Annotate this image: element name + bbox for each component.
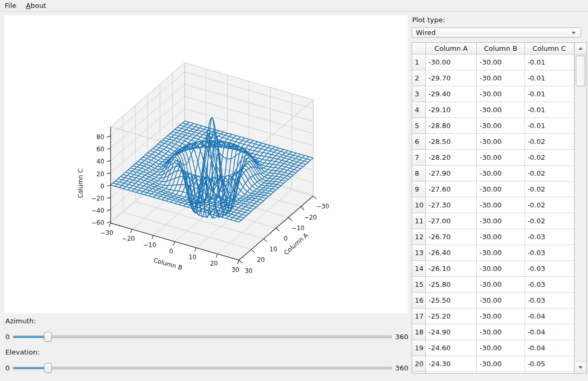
azimuth-slider[interactable] bbox=[13, 335, 392, 338]
azimuth-max-label: 360 bbox=[395, 333, 408, 341]
row-number-cell[interactable]: 16 bbox=[412, 293, 426, 309]
table-header-column-b[interactable]: Column B bbox=[477, 43, 524, 55]
table-cell: -0.01 bbox=[525, 102, 574, 118]
arrow-up-icon bbox=[578, 47, 583, 50]
table-header-column-c[interactable]: Column C bbox=[525, 43, 574, 55]
row-number-cell[interactable]: 1 bbox=[412, 55, 426, 70]
app-window: File About −60−40−20020406080−30−20−1001… bbox=[0, 0, 588, 381]
box-edge bbox=[152, 235, 154, 239]
z-tick-label: 60 bbox=[96, 146, 104, 153]
vertical-scrollbar[interactable] bbox=[574, 43, 586, 373]
table-cell: -30.00 bbox=[477, 372, 524, 373]
azimuth-slider-handle[interactable] bbox=[44, 332, 52, 342]
row-number-cell[interactable]: 14 bbox=[412, 261, 426, 277]
plot-type-label: Plot type: bbox=[412, 16, 445, 24]
table-row[interactable]: 6-28.50-30.00-0.02 bbox=[412, 134, 574, 150]
table-row[interactable]: 12-26.70-30.00-0.03 bbox=[412, 229, 574, 245]
box-edge bbox=[237, 260, 239, 264]
box-edge bbox=[107, 197, 111, 198]
table-cell: -30.00 bbox=[477, 324, 524, 340]
row-number-cell[interactable]: 15 bbox=[412, 277, 426, 293]
row-number-cell[interactable]: 17 bbox=[412, 309, 426, 324]
y-tick-label: 10 bbox=[270, 246, 278, 253]
y-tick-label: 20 bbox=[257, 256, 265, 264]
table-cell: -0.01 bbox=[525, 55, 574, 70]
table-row[interactable]: 3-29.40-30.00-0.01 bbox=[412, 86, 574, 102]
table-cell: -30.00 bbox=[477, 197, 524, 213]
row-number-cell[interactable]: 13 bbox=[412, 245, 426, 261]
table-row[interactable]: 8-27.90-30.00-0.02 bbox=[412, 166, 574, 182]
menu-about[interactable]: About bbox=[21, 1, 51, 11]
table-cell: -27.00 bbox=[426, 213, 477, 229]
box-edge bbox=[107, 173, 111, 174]
scrollbar-thumb[interactable] bbox=[576, 56, 585, 86]
table-row[interactable]: 18-24.90-30.00-0.04 bbox=[412, 324, 574, 340]
elevation-slider-handle[interactable] bbox=[44, 363, 52, 373]
chevron-down-icon bbox=[572, 32, 576, 34]
y-tick-label: 0 bbox=[284, 235, 288, 242]
table-row[interactable]: 10-27.30-30.00-0.02 bbox=[412, 197, 574, 213]
table-row[interactable]: 21-24.00-30.00-0.05 bbox=[412, 372, 574, 373]
table-cell: -24.90 bbox=[426, 324, 477, 340]
row-number-cell[interactable]: 18 bbox=[412, 324, 426, 340]
table-row[interactable]: 17-25.20-30.00-0.04 bbox=[412, 309, 574, 324]
table-cell: -0.03 bbox=[525, 277, 574, 293]
table-row[interactable]: 2-29.70-30.00-0.01 bbox=[412, 70, 574, 86]
row-number-cell[interactable]: 8 bbox=[412, 166, 426, 182]
table-cell: -25.50 bbox=[426, 293, 477, 309]
plot-type-dropdown[interactable]: Wired bbox=[412, 28, 581, 38]
table-corner-cell bbox=[412, 43, 426, 55]
table-cell: -24.00 bbox=[426, 372, 477, 373]
row-number-cell[interactable]: 12 bbox=[412, 229, 426, 245]
z-tick-label: 0 bbox=[100, 183, 104, 190]
table-header-column-a[interactable]: Column A bbox=[426, 43, 477, 55]
table-cell: -30.00 bbox=[477, 356, 524, 372]
table-row[interactable]: 14-26.10-30.00-0.03 bbox=[412, 261, 574, 277]
row-number-cell[interactable]: 21 bbox=[412, 372, 426, 373]
table-row[interactable]: 5-28.80-30.00-0.01 bbox=[412, 118, 574, 134]
table-cell: -0.01 bbox=[525, 86, 574, 102]
table-cell: -0.02 bbox=[525, 197, 574, 213]
table-row[interactable]: 16-25.50-30.00-0.03 bbox=[412, 293, 574, 309]
row-number-cell[interactable]: 5 bbox=[412, 118, 426, 134]
table-cell: -25.20 bbox=[426, 309, 477, 324]
table-row[interactable]: 13-26.40-30.00-0.03 bbox=[412, 245, 574, 261]
row-number-cell[interactable]: 9 bbox=[412, 182, 426, 197]
table-cell: -25.80 bbox=[426, 277, 477, 293]
table-row[interactable]: 20-24.30-30.00-0.05 bbox=[412, 356, 574, 372]
table-row[interactable]: 9-27.60-30.00-0.02 bbox=[412, 182, 574, 197]
box-edge bbox=[107, 160, 111, 161]
row-number-cell[interactable]: 3 bbox=[412, 86, 426, 102]
table-row[interactable]: 15-25.80-30.00-0.03 bbox=[412, 277, 574, 293]
table-header-row: Column AColumn BColumn C bbox=[412, 43, 574, 55]
row-number-cell[interactable]: 19 bbox=[412, 340, 426, 356]
data-table[interactable]: Column AColumn BColumn C 1-30.00-30.00-0… bbox=[412, 42, 587, 374]
row-number-cell[interactable]: 7 bbox=[412, 150, 426, 166]
table-cell: -30.00 bbox=[426, 55, 477, 70]
table-row[interactable]: 4-29.10-30.00-0.01 bbox=[412, 102, 574, 118]
scrollbar-down-button[interactable] bbox=[575, 361, 586, 373]
row-number-cell[interactable]: 4 bbox=[412, 102, 426, 118]
row-number-cell[interactable]: 6 bbox=[412, 134, 426, 150]
table-row[interactable]: 7-28.20-30.00-0.02 bbox=[412, 150, 574, 166]
azimuth-label: Azimuth: bbox=[5, 317, 36, 325]
row-number-cell[interactable]: 10 bbox=[412, 197, 426, 213]
box-edge bbox=[107, 222, 111, 223]
table-row[interactable]: 1-30.00-30.00-0.01 bbox=[412, 55, 574, 70]
plot-figure: −60−40−20020406080−30−20−100102030−30−20… bbox=[4, 15, 408, 313]
z-axis-label: Column C bbox=[77, 169, 84, 198]
row-number-cell[interactable]: 11 bbox=[412, 213, 426, 229]
x-tick-label: 0 bbox=[169, 248, 173, 255]
scrollbar-up-button[interactable] bbox=[575, 43, 586, 55]
table-row[interactable]: 19-24.60-30.00-0.04 bbox=[412, 340, 574, 356]
y-tick-label: −10 bbox=[291, 224, 304, 232]
table-cell: -28.80 bbox=[426, 118, 477, 134]
x-tick-label: −30 bbox=[101, 229, 113, 237]
table-cell: -26.10 bbox=[426, 261, 477, 277]
table-row[interactable]: 11-27.00-30.00-0.02 bbox=[412, 213, 574, 229]
x-tick-label: 30 bbox=[231, 266, 239, 274]
row-number-cell[interactable]: 20 bbox=[412, 356, 426, 372]
elevation-slider[interactable] bbox=[13, 367, 392, 369]
menu-file[interactable]: File bbox=[0, 1, 21, 11]
row-number-cell[interactable]: 2 bbox=[412, 70, 426, 86]
